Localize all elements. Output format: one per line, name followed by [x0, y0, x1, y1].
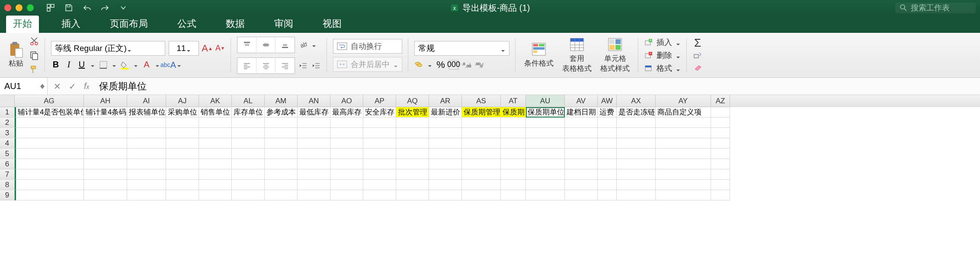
- name-box-spinner[interactable]: [40, 84, 45, 89]
- column-header-AV[interactable]: AV: [565, 95, 598, 107]
- column-header-AW[interactable]: AW: [598, 95, 617, 107]
- row-header[interactable]: 2: [0, 118, 15, 128]
- cell[interactable]: [598, 138, 617, 149]
- column-header-AX[interactable]: AX: [617, 95, 656, 107]
- cell[interactable]: [166, 169, 199, 180]
- cell[interactable]: 保质期单位: [526, 107, 565, 118]
- cell[interactable]: [429, 128, 462, 138]
- cell[interactable]: [396, 180, 429, 190]
- cell[interactable]: [298, 149, 330, 159]
- cell[interactable]: [199, 190, 232, 200]
- cell[interactable]: [617, 118, 656, 128]
- row-header[interactable]: 1: [0, 107, 15, 118]
- redo-icon[interactable]: [100, 3, 110, 13]
- cell[interactable]: [199, 138, 232, 149]
- cell[interactable]: [526, 138, 565, 149]
- cell[interactable]: [396, 138, 429, 149]
- cell[interactable]: [526, 159, 565, 169]
- decrease-decimal-button[interactable]: .00.0: [475, 60, 484, 70]
- tab-formulas[interactable]: 公式: [170, 16, 203, 33]
- italic-button[interactable]: I: [64, 60, 74, 70]
- cell[interactable]: [711, 180, 730, 190]
- cell[interactable]: [84, 118, 127, 128]
- cell[interactable]: [232, 190, 265, 200]
- wrap-text-button[interactable]: 自动换行: [333, 39, 402, 54]
- comma-button[interactable]: 000: [449, 60, 458, 70]
- format-cells-button[interactable]: 格式: [644, 63, 681, 73]
- cell[interactable]: [565, 180, 598, 190]
- cancel-icon[interactable]: ✕: [54, 81, 61, 92]
- cell[interactable]: [462, 180, 501, 190]
- cell[interactable]: [565, 169, 598, 180]
- column-header-AI[interactable]: AI: [127, 95, 166, 107]
- cell[interactable]: [462, 138, 501, 149]
- cell[interactable]: [526, 118, 565, 128]
- cell[interactable]: [711, 159, 730, 169]
- cell[interactable]: [429, 149, 462, 159]
- cell[interactable]: [501, 118, 526, 128]
- cell[interactable]: [526, 149, 565, 159]
- font-name-select[interactable]: 等线 Regular (正文): [51, 41, 165, 56]
- cell[interactable]: [127, 149, 166, 159]
- row-header[interactable]: 3: [0, 128, 15, 138]
- cell[interactable]: 最高库存: [330, 107, 363, 118]
- minimize-window[interactable]: [16, 4, 22, 11]
- cell[interactable]: [232, 159, 265, 169]
- clear-button[interactable]: [693, 63, 702, 72]
- cell[interactable]: [711, 118, 730, 128]
- cell[interactable]: 商品自定义项: [656, 107, 711, 118]
- cell[interactable]: [127, 190, 166, 200]
- cell[interactable]: 最新进价: [429, 107, 462, 118]
- cell[interactable]: [711, 107, 730, 118]
- cell[interactable]: [232, 118, 265, 128]
- cell[interactable]: [617, 149, 656, 159]
- cell[interactable]: [711, 138, 730, 149]
- merge-center-button[interactable]: 合并后居中: [333, 57, 402, 72]
- cell[interactable]: [232, 128, 265, 138]
- cell[interactable]: [598, 190, 617, 200]
- qat-customize-icon[interactable]: [118, 3, 128, 13]
- row-header[interactable]: 7: [0, 169, 15, 180]
- cell[interactable]: [15, 159, 84, 169]
- cell[interactable]: [656, 149, 711, 159]
- cell[interactable]: [598, 169, 617, 180]
- cell[interactable]: [429, 180, 462, 190]
- tab-review[interactable]: 审阅: [267, 16, 300, 33]
- cell[interactable]: [501, 169, 526, 180]
- formula-input[interactable]: [96, 81, 980, 92]
- name-box[interactable]: AU1: [0, 78, 48, 95]
- cell[interactable]: [199, 169, 232, 180]
- cell[interactable]: [617, 128, 656, 138]
- cell[interactable]: 辅计量4条码: [84, 107, 127, 118]
- tab-page-layout[interactable]: 页面布局: [103, 16, 155, 33]
- cell[interactable]: 保质期管理: [462, 107, 501, 118]
- cell[interactable]: [166, 128, 199, 138]
- cell[interactable]: [84, 138, 127, 149]
- cell[interactable]: [429, 138, 462, 149]
- cell[interactable]: [429, 190, 462, 200]
- format-painter-icon[interactable]: [29, 64, 39, 74]
- cell[interactable]: [565, 138, 598, 149]
- column-header-AN[interactable]: AN: [298, 95, 330, 107]
- column-header-AS[interactable]: AS: [462, 95, 501, 107]
- cell[interactable]: [84, 128, 127, 138]
- conditional-formatting-button[interactable]: 条件格式: [522, 41, 556, 69]
- cell[interactable]: [396, 169, 429, 180]
- currency-button[interactable]: [414, 60, 424, 70]
- cell[interactable]: [396, 190, 429, 200]
- cell[interactable]: [363, 159, 396, 169]
- column-header-AL[interactable]: AL: [232, 95, 265, 107]
- close-window[interactable]: [4, 4, 11, 11]
- cell[interactable]: [363, 180, 396, 190]
- fill-button[interactable]: [693, 51, 702, 60]
- cell[interactable]: [711, 128, 730, 138]
- copy-icon[interactable]: [29, 51, 39, 60]
- cell[interactable]: [330, 149, 363, 159]
- row-header[interactable]: 8: [0, 180, 15, 190]
- cell[interactable]: [330, 138, 363, 149]
- underline-button[interactable]: U: [77, 60, 86, 70]
- cell[interactable]: [265, 138, 298, 149]
- cell[interactable]: [127, 180, 166, 190]
- save-icon[interactable]: [64, 3, 74, 13]
- cell[interactable]: [656, 128, 711, 138]
